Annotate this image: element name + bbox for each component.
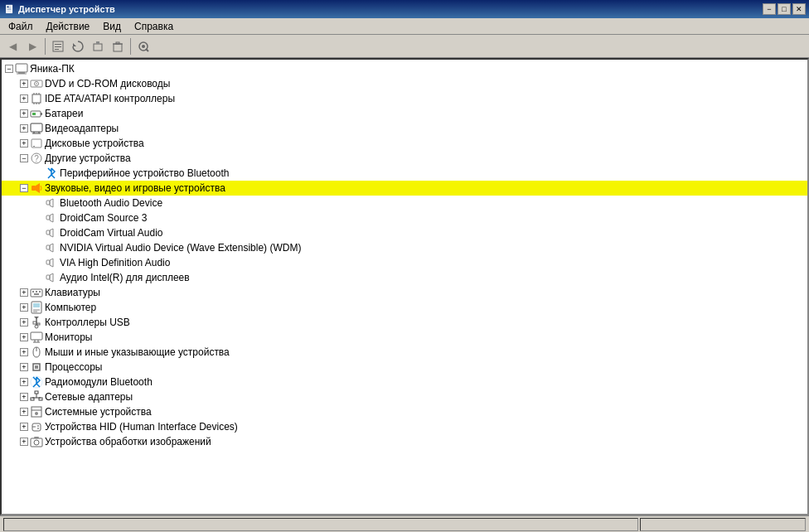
tree-label-hid: Устройства HID (Human Interface Devices) <box>45 421 238 433</box>
expand-btn-monitor[interactable]: + <box>20 333 28 341</box>
menu-file[interactable]: Файл <box>2 18 40 34</box>
expand-btn-dvd[interactable]: + <box>20 80 28 88</box>
svg-rect-19 <box>32 94 41 103</box>
svg-rect-39 <box>46 201 50 205</box>
svg-rect-37 <box>31 186 36 191</box>
tree-item-imaging[interactable]: +Устройства обработки изображений <box>2 434 807 449</box>
menu-help[interactable]: Справка <box>128 18 180 34</box>
tree-item-sysdevices[interactable]: +Системные устройства <box>2 404 807 419</box>
expand-btn-battery[interactable]: + <box>20 109 28 118</box>
tree-item-dvd[interactable]: +DVD и CD-ROM дисководы <box>2 76 807 91</box>
icon-chip <box>30 92 43 105</box>
tree-item-btmodule[interactable]: +Радиомодули Bluetooth <box>2 375 807 389</box>
expand-btn-sound[interactable]: − <box>20 184 28 192</box>
expand-btn-ide[interactable]: + <box>20 94 28 103</box>
tree-label-mouse: Мыши и иные указывающие устройства <box>45 346 230 358</box>
title-bar-controls: − □ ✕ <box>763 3 806 15</box>
svg-point-12 <box>142 45 145 48</box>
tree-label-droidcam3: DroidCam Source 3 <box>60 212 147 224</box>
uninstall-button[interactable] <box>109 37 127 56</box>
svg-rect-45 <box>46 245 50 249</box>
tree-item-via[interactable]: VIA High Definition Audio <box>2 255 807 270</box>
status-panel-secondary <box>640 518 806 531</box>
tree-item-computer2[interactable]: +Компьютер <box>2 300 807 315</box>
menu-bar: Файл Действие Вид Справка <box>0 18 809 35</box>
tree-item-monitor[interactable]: +Мониторы <box>2 330 807 345</box>
tree-item-other[interactable]: −?Другие устройства <box>2 151 807 166</box>
icon-camera <box>30 435 43 448</box>
close-button[interactable]: ✕ <box>792 3 806 15</box>
tree-label-btperipheral: Периферийное устройство Bluetooth <box>60 167 229 179</box>
expand-btn-imaging[interactable]: + <box>20 438 28 446</box>
icon-other: ? <box>30 152 43 165</box>
title-bar-text: 🖥 Диспетчер устройств <box>3 2 115 16</box>
tree-item-intel[interactable]: Аудио Intel(R) для дисплеев <box>2 270 807 285</box>
tree-item-cpu[interactable]: +Процессоры <box>2 360 807 375</box>
tree-item-ide[interactable]: +IDE ATA/ATAPI контроллеры <box>2 91 807 106</box>
expand-btn-other[interactable]: − <box>20 154 28 162</box>
scan-button[interactable] <box>134 37 153 56</box>
tree-label-via: VIA High Definition Audio <box>60 257 170 268</box>
svg-rect-7 <box>114 44 122 51</box>
tree-item-disk[interactable]: +Дисковые устройства <box>2 136 807 151</box>
svg-rect-9 <box>116 42 119 44</box>
icon-hid <box>30 420 43 433</box>
menu-view[interactable]: Вид <box>96 18 128 34</box>
device-tree[interactable]: −Яника-ПК+DVD и CD-ROM дисководы+IDE ATA… <box>2 60 807 514</box>
maximize-button[interactable]: □ <box>778 3 791 15</box>
expand-btn-mouse[interactable]: + <box>20 348 28 356</box>
expand-btn-video[interactable]: + <box>20 124 28 133</box>
tree-item-keyboard[interactable]: +Клавиатуры <box>2 285 807 300</box>
svg-marker-61 <box>34 317 39 319</box>
tree-item-droidcam3[interactable]: DroidCam Source 3 <box>2 210 807 225</box>
svg-marker-38 <box>36 183 40 193</box>
back-button[interactable]: ◀ <box>3 37 22 56</box>
forward-button[interactable]: ▶ <box>23 37 41 56</box>
tree-item-droidcamvirtual[interactable]: DroidCam Virtual Audio <box>2 225 807 240</box>
title-bar: 🖥 Диспетчер устройств − □ ✕ <box>0 0 809 18</box>
svg-rect-49 <box>46 275 50 279</box>
update-driver-button[interactable] <box>69 37 87 56</box>
expand-btn-usb[interactable]: + <box>20 318 28 326</box>
svg-rect-73 <box>35 391 38 394</box>
expand-btn-sysdevices[interactable]: + <box>20 408 28 416</box>
svg-rect-71 <box>35 365 38 369</box>
svg-rect-41 <box>46 215 50 220</box>
expand-btn-computer2[interactable]: + <box>20 303 28 312</box>
tree-item-root[interactable]: −Яника-ПК <box>2 61 807 76</box>
tree-item-btperipheral[interactable]: Периферийное устройство Bluetooth <box>2 166 807 181</box>
tree-item-btaudio[interactable]: Bluetooth Audio Device <box>2 196 807 210</box>
tree-item-network[interactable]: +Сетевые адаптеры <box>2 389 807 404</box>
expand-btn-disk[interactable]: + <box>20 139 28 148</box>
expand-btn-hid[interactable]: + <box>20 423 28 431</box>
expand-btn-btmodule[interactable]: + <box>20 378 28 386</box>
tree-item-video[interactable]: +Видеоадаптеры <box>2 121 807 136</box>
main-area: −Яника-ПК+DVD и CD-ROM дисководы+IDE ATA… <box>0 58 809 515</box>
tree-item-battery[interactable]: +Батареи <box>2 106 807 121</box>
title-label: Диспетчер устройств <box>18 4 115 14</box>
tree-label-monitor: Мониторы <box>45 331 92 343</box>
tree-label-sound: Звуковые, видео и игровые устройства <box>45 182 225 194</box>
tree-item-nvidia[interactable]: NVIDIA Virtual Audio Device (Wave Extens… <box>2 240 807 255</box>
expand-btn-cpu[interactable]: + <box>20 363 28 371</box>
icon-sound <box>30 181 43 195</box>
expand-btn-keyboard[interactable]: + <box>20 288 28 297</box>
minimize-button[interactable]: − <box>763 3 776 15</box>
svg-rect-57 <box>33 303 40 307</box>
rollback-button[interactable] <box>89 37 107 56</box>
icon-computer <box>15 62 28 75</box>
expand-btn-root[interactable]: − <box>5 65 13 73</box>
tree-item-usb[interactable]: +Контроллеры USB <box>2 315 807 330</box>
icon-network <box>30 390 43 404</box>
menu-action[interactable]: Действие <box>40 18 97 34</box>
expand-btn-network[interactable]: + <box>20 393 28 401</box>
icon-system <box>30 405 43 418</box>
properties-button[interactable] <box>49 37 67 56</box>
svg-rect-52 <box>32 291 34 293</box>
tree-label-video: Видеоадаптеры <box>45 123 119 134</box>
tree-item-mouse[interactable]: +Мыши и иные указывающие устройства <box>2 345 807 360</box>
tree-label-usb: Контроллеры USB <box>45 317 130 328</box>
icon-display <box>30 122 43 135</box>
tree-item-hid[interactable]: +Устройства HID (Human Interface Devices… <box>2 419 807 434</box>
tree-item-sound[interactable]: −Звуковые, видео и игровые устройства <box>2 181 807 196</box>
